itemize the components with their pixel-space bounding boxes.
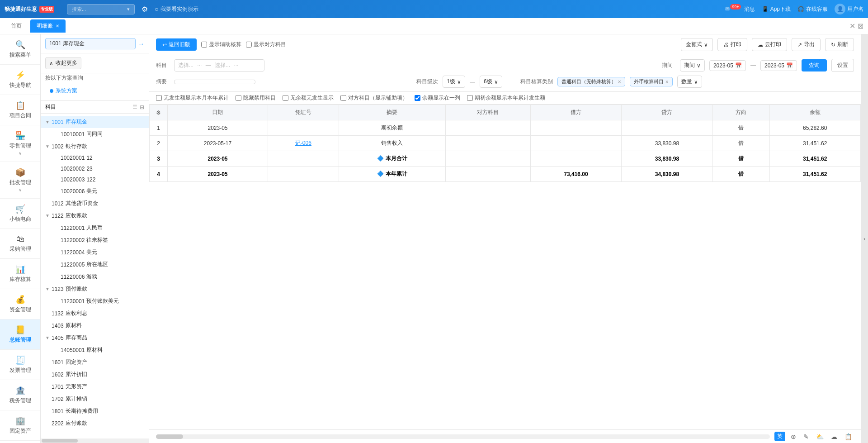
cloud-print-btn[interactable]: ☁ 云打印 bbox=[752, 38, 787, 51]
tree-item-11220001[interactable]: 11220001 人民币 bbox=[41, 222, 149, 234]
show-contra-checkbox[interactable]: 显示对方科目 bbox=[246, 41, 286, 48]
tree-item-10020003[interactable]: 10020003 122 bbox=[41, 174, 149, 185]
settings-icon[interactable]: ⚙ bbox=[142, 5, 148, 14]
print-btn[interactable]: 🖨 打印 bbox=[717, 38, 747, 51]
tab-home[interactable]: 首页 bbox=[5, 19, 28, 33]
export-btn[interactable]: ↗ 导出 bbox=[792, 38, 821, 51]
tree-item-1012[interactable]: 1012 其他货币资金 bbox=[41, 197, 149, 210]
checkbox-no-balance-input[interactable] bbox=[283, 95, 288, 101]
sidebar-item-ledger[interactable]: 📒 总账管理 bbox=[0, 319, 40, 350]
amount-style-btn[interactable]: 金额式 ∨ bbox=[681, 38, 713, 51]
tree-item-11230001[interactable]: 11230001 预付账款美元 bbox=[41, 295, 149, 307]
refresh-btn[interactable]: ↻ 刷新 bbox=[825, 38, 854, 51]
horizontal-scrollbar[interactable] bbox=[156, 434, 770, 439]
app-download-btn[interactable]: 📱 App下载 bbox=[762, 5, 791, 13]
period-end-picker[interactable]: 2023-05 📅 bbox=[760, 60, 797, 71]
tab-expand-btn[interactable]: ⊠ bbox=[858, 22, 863, 30]
tree-item-10020001[interactable]: 10020001 12 bbox=[41, 152, 149, 163]
tree-item-1602[interactable]: 1602 累计折旧 bbox=[41, 368, 149, 381]
tag-remove-icon[interactable]: × bbox=[618, 79, 621, 85]
selected-account[interactable]: 1001 库存现金 bbox=[45, 38, 136, 49]
tree-item-14050001[interactable]: 14050001 原材料 bbox=[41, 344, 149, 356]
sidebar-item-invoice[interactable]: 🧾 发票管理 bbox=[0, 350, 40, 380]
account-type-tag-2[interactable]: 外币核算科目× bbox=[630, 77, 673, 86]
sidebar-item-finance[interactable]: 💰 资金管理 bbox=[0, 289, 40, 319]
online-service-btn[interactable]: 🎧 在线客服 bbox=[797, 5, 828, 13]
left-panel-scrollbar[interactable] bbox=[41, 438, 149, 443]
sidebar-item-search[interactable]: 🔍 搜索菜单 bbox=[0, 34, 40, 65]
tree-item-1002[interactable]: ▼ 1002 银行存款 bbox=[41, 140, 149, 152]
checkbox-hide-disabled-input[interactable] bbox=[236, 95, 241, 101]
checkbox-contra[interactable]: 对方科目（显示辅助项） bbox=[340, 94, 408, 102]
checkbox-initial-balance[interactable]: 期初余额显示本年累计发生额 bbox=[467, 94, 545, 102]
right-arrow-icon[interactable]: → bbox=[138, 40, 144, 48]
checkbox-contra-input[interactable] bbox=[340, 95, 346, 101]
sidebar-item-quick-nav[interactable]: ⚡ 快捷导航 bbox=[0, 65, 40, 95]
user-avatar[interactable]: 👤 用户名 bbox=[835, 4, 863, 14]
sidebar-item-assets[interactable]: 🏢 固定资产 bbox=[0, 410, 40, 441]
clipboard-icon[interactable]: 📋 bbox=[843, 432, 854, 441]
demo-link[interactable]: ○ 我要看实例演示 bbox=[155, 5, 198, 13]
checkbox-balance-col[interactable]: 余额显示在一列 bbox=[415, 94, 460, 102]
tag-remove-icon[interactable]: × bbox=[665, 79, 669, 85]
message-btn[interactable]: ✉ 99+ 消息 bbox=[725, 5, 755, 13]
tree-item-1123[interactable]: ▼ 1123 预付账款 bbox=[41, 283, 149, 295]
tree-item-2202[interactable]: 2202 应付账款 bbox=[41, 417, 149, 429]
tree-item-10020006[interactable]: 10020006 美元 bbox=[41, 185, 149, 197]
sidebar-item-purchase[interactable]: 🛍 采购管理 bbox=[0, 229, 40, 259]
account-type-tag-1[interactable]: 普通科目（无特殊核算）× bbox=[557, 77, 625, 86]
translate-icon[interactable]: 英 bbox=[774, 432, 785, 441]
tree-item-1405[interactable]: ▼ 1405 库存商品 bbox=[41, 332, 149, 344]
tree-item-1702[interactable]: 1702 累计摊销 bbox=[41, 393, 149, 405]
show-aux-checkbox[interactable]: 显示辅助核算 bbox=[201, 41, 241, 48]
sidebar-item-payroll[interactable]: 💵 工资 bbox=[0, 441, 40, 443]
tree-item-11220005[interactable]: 11220005 所在地区 bbox=[41, 258, 149, 271]
tree-item-1001[interactable]: ▼ 1001 库存现金 bbox=[41, 116, 149, 128]
list-icon[interactable]: ☰ bbox=[132, 104, 137, 110]
period-start-picker[interactable]: 2023-05 📅 bbox=[709, 60, 746, 71]
quantity-select[interactable]: 数量 ∨ bbox=[677, 76, 702, 88]
scrollbar-thumb[interactable] bbox=[156, 434, 183, 439]
tree-item-10010001[interactable]: 10010001 同同同 bbox=[41, 128, 149, 140]
zoom-in-icon[interactable]: ⊕ bbox=[789, 432, 798, 441]
search-btn[interactable]: 查询 bbox=[802, 59, 827, 71]
right-collapse-btn[interactable]: › bbox=[861, 34, 868, 443]
tab-close-icon[interactable]: ✕ bbox=[56, 24, 59, 29]
sidebar-item-wholesale[interactable]: 📦 批发管理 ∨ bbox=[0, 162, 40, 199]
checkbox-no-balance[interactable]: 无余额无发生显示 bbox=[283, 94, 334, 102]
col-settings[interactable]: ⚙ bbox=[150, 105, 168, 120]
scheme-item-system[interactable]: 系统方案 bbox=[45, 85, 144, 97]
cloud-icon2[interactable]: ☁ bbox=[829, 432, 839, 441]
scheme-expand-btn[interactable]: ∧ 收起更多 bbox=[45, 57, 81, 69]
tree-item-11220002[interactable]: 11220002 往来标签 bbox=[41, 234, 149, 246]
cloud-upload-icon[interactable]: ⛅ bbox=[814, 432, 826, 441]
edit-icon[interactable]: ✎ bbox=[802, 432, 811, 441]
sidebar-item-ecom[interactable]: 🛒 小畅电商 bbox=[0, 199, 40, 229]
tree-item-1601[interactable]: 1601 固定资产 bbox=[41, 356, 149, 368]
tree-item-10020002[interactable]: 10020002 23 bbox=[41, 163, 149, 174]
summary-filter-input[interactable] bbox=[174, 80, 255, 84]
sidebar-item-tax[interactable]: 🏦 税务管理 bbox=[0, 380, 40, 410]
tree-item-11220004[interactable]: 11220004 美元 bbox=[41, 246, 149, 258]
tab-close-all-btn[interactable]: ✕ bbox=[849, 22, 855, 30]
account-level-from-select[interactable]: 1级 ∨ bbox=[443, 76, 465, 88]
tree-item-1122[interactable]: ▼ 1122 应收账款 bbox=[41, 210, 149, 222]
checkbox-balance-col-input[interactable] bbox=[415, 95, 420, 101]
tree-item-1132[interactable]: 1132 应收利息 bbox=[41, 307, 149, 319]
voucher-link[interactable]: 记-006 bbox=[295, 140, 311, 146]
show-aux-input[interactable] bbox=[201, 42, 207, 48]
account-level-to-select[interactable]: 6级 ∨ bbox=[480, 76, 502, 88]
checkbox-no-amount[interactable]: 无发生额显示本月本年累计 bbox=[156, 94, 229, 102]
top-search-box[interactable]: 搜索... ▾ bbox=[67, 4, 135, 14]
tree-item-1403[interactable]: 1403 原材料 bbox=[41, 319, 149, 332]
show-contra-input[interactable] bbox=[246, 42, 252, 48]
cell-voucher[interactable]: 记-006 bbox=[268, 136, 339, 151]
sidebar-item-retail[interactable]: 🏪 零售管理 ∨ bbox=[0, 125, 40, 162]
period-type-select[interactable]: 期间 ∨ bbox=[680, 59, 705, 71]
checkbox-initial-balance-input[interactable] bbox=[467, 95, 473, 101]
sidebar-item-project[interactable]: 📋 项目合同 bbox=[0, 95, 40, 125]
tree-item-11220006[interactable]: 11220006 游戏 bbox=[41, 271, 149, 283]
account-filter-input[interactable]: 选择... ··· — 选择... ··· bbox=[174, 59, 264, 71]
tree-item-1801[interactable]: 1801 长期待摊费用 bbox=[41, 405, 149, 417]
tab-ledger[interactable]: 明细账 ✕ bbox=[30, 19, 66, 33]
